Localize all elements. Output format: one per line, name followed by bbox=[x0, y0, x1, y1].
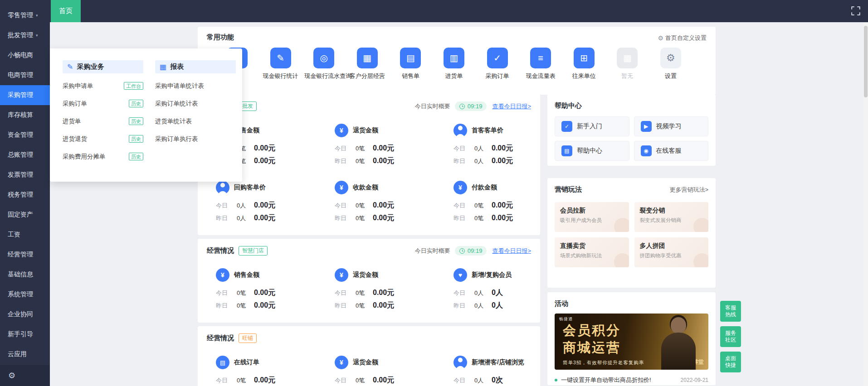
promo-banner[interactable]: 畅捷通 会员积分 商城运营 简单3招，有效帮你提升老客复购率 大讲堂 bbox=[555, 314, 708, 370]
metric-amount: 0.00元 bbox=[373, 214, 394, 222]
flyout-menu-item[interactable]: 采购订单执行表 bbox=[155, 130, 236, 148]
sidebar-item[interactable]: 小畅电商 bbox=[0, 45, 50, 65]
metric-count: 0人 bbox=[474, 287, 490, 299]
metric-count: 0笔 bbox=[356, 142, 371, 154]
tile-desc: 裂变式发展分销商 bbox=[640, 217, 703, 224]
metric-row-yesterday: 昨日0人0人 bbox=[454, 299, 531, 312]
metric-period: 今日 bbox=[335, 142, 349, 154]
sidebar-item[interactable]: 工资 bbox=[0, 225, 50, 245]
quick-function-item[interactable]: ✎ 现金银行统计 bbox=[261, 48, 300, 80]
sidebar-item[interactable]: 采购管理 bbox=[0, 85, 50, 105]
tab-home[interactable]: 首页 bbox=[51, 0, 81, 22]
channel-tag-smart-store: 智慧门店 bbox=[239, 246, 268, 256]
metric-row-today: 今日0笔0.00元 bbox=[335, 286, 454, 299]
marketing-tile[interactable]: 直播卖货 场景式购物新玩法 bbox=[555, 237, 629, 267]
quick-function-item[interactable]: ▦ 暂无 bbox=[608, 48, 647, 80]
flyout-group-title: 报表 bbox=[170, 63, 184, 71]
quick-function-item[interactable]: ◎ 现金银行流水查询 bbox=[304, 48, 343, 80]
flyout-menu-item[interactable]: 采购订单 历史 bbox=[63, 95, 143, 112]
daily-report-link[interactable]: 查看今日日报> bbox=[492, 102, 531, 111]
flyout-menu-item[interactable]: 采购费用分摊单 历史 bbox=[63, 148, 143, 165]
card-title: 营销玩法 bbox=[555, 185, 582, 194]
summary-label: 今日实时概要 bbox=[415, 247, 450, 255]
sidebar-item[interactable]: 新手引导 bbox=[0, 324, 50, 344]
float-button[interactable]: 服务社区 bbox=[720, 326, 741, 347]
flyout-menu-item[interactable]: 采购申请单 工作台 bbox=[63, 77, 143, 95]
flyout-menu-item[interactable]: 进货单统计表 bbox=[155, 112, 236, 130]
sidebar-item[interactable]: 固定资产 bbox=[0, 205, 50, 225]
quick-function-item[interactable]: ▥ 进货单 bbox=[434, 48, 473, 80]
quick-function-item[interactable]: ⚙ 设置 bbox=[651, 48, 690, 80]
sidebar-item[interactable]: 发票管理 bbox=[0, 165, 50, 185]
help-button[interactable]: ▶ 视频学习 bbox=[634, 116, 709, 136]
flyout-menu-item[interactable]: 采购订单统计表 bbox=[155, 95, 236, 112]
banner-subtitle: 简单3招，有效帮你提升老客复购率 bbox=[563, 360, 644, 366]
metric-row-yesterday: 昨日0笔0.00元 bbox=[335, 154, 454, 167]
flyout-group-header: ✎ 采购业务 bbox=[63, 60, 143, 73]
scrollbar-track[interactable] bbox=[863, 22, 868, 386]
sidebar-item[interactable]: 云应用 bbox=[0, 344, 50, 364]
activity-news-item[interactable]: 一键设置开单自动带出商品折扣价! 2022-09-21 bbox=[547, 370, 716, 384]
help-button[interactable]: ▤ 帮助中心 bbox=[555, 141, 629, 161]
summary-label: 今日实时概要 bbox=[415, 102, 450, 111]
sidebar-item[interactable]: 税务管理 bbox=[0, 185, 50, 205]
flyout-menu-item[interactable]: 采购申请单统计表 bbox=[155, 77, 236, 95]
metric-label: 在线订单 bbox=[234, 358, 259, 367]
float-button-label: 服务社区 bbox=[725, 330, 736, 343]
app-icon-glyph: ▥ bbox=[450, 53, 458, 63]
app-icon-glyph: ≡ bbox=[538, 53, 543, 63]
marketing-tile[interactable]: 裂变分销 裂变式发展分销商 bbox=[634, 202, 709, 232]
help-label: 视频学习 bbox=[656, 122, 682, 130]
card-header: 活动 bbox=[547, 292, 716, 308]
metric-label: 首客客单价 bbox=[472, 126, 503, 135]
float-button[interactable]: 桌面快捷 bbox=[720, 352, 741, 372]
menu-item-tag: 历史 bbox=[129, 100, 143, 107]
quick-function-item[interactable]: ▦ 客户分层经营 bbox=[348, 48, 387, 80]
help-button[interactable]: ✓ 新手入门 bbox=[555, 116, 629, 136]
sidebar-item[interactable]: 经营管理 bbox=[0, 245, 50, 265]
news-text: 一键设置开单自动带出商品折扣价! bbox=[561, 376, 677, 384]
tile-title: 直播卖货 bbox=[560, 242, 624, 250]
app-label: 客户分层经营 bbox=[348, 72, 387, 80]
menu-item-label: 进货单 bbox=[63, 117, 81, 125]
sidebar-item[interactable]: 电商管理 bbox=[0, 65, 50, 85]
metric-row-today: 今日0笔0.00元 bbox=[216, 374, 335, 386]
help-icon: ✓ bbox=[561, 121, 572, 132]
menu-item-tag: 历史 bbox=[129, 117, 143, 125]
sidebar-item[interactable]: 资金管理 bbox=[0, 125, 50, 145]
flyout-menu-item[interactable]: 进货退货 历史 bbox=[63, 130, 143, 148]
sidebar-item[interactable]: 库存核算 bbox=[0, 105, 50, 125]
app-label: 采购订单 bbox=[478, 72, 517, 80]
flyout-menu-item[interactable]: 进货单 历史 bbox=[63, 112, 143, 130]
sidebar-item[interactable]: 零售管理 ▾ bbox=[0, 5, 50, 25]
marketing-tile[interactable]: 会员拉新 吸引用户成为会员 bbox=[555, 202, 629, 232]
float-button[interactable]: 客服热线 bbox=[720, 301, 741, 322]
metric-row-yesterday: 昨日0笔0.00元 bbox=[216, 299, 335, 312]
daily-report-link[interactable]: 查看今日日报> bbox=[492, 247, 531, 255]
quick-function-item[interactable]: ≡ 现金流量表 bbox=[521, 48, 560, 80]
app-icon-glyph: ⊞ bbox=[580, 53, 588, 63]
more-marketing-link[interactable]: 更多营销玩法> bbox=[669, 186, 708, 194]
settings-gear-icon[interactable]: ⚙ bbox=[8, 371, 15, 381]
quick-function-item[interactable]: ⊞ 往来单位 bbox=[565, 48, 604, 80]
sidebar-item[interactable]: 总账管理 bbox=[0, 145, 50, 165]
quick-function-item[interactable]: ▤ 销售单 bbox=[391, 48, 430, 80]
sidebar-item[interactable]: 系统管理 bbox=[0, 285, 50, 304]
sidebar-item[interactable]: 批发管理 ▾ bbox=[0, 25, 50, 45]
chevron-down-icon: ▾ bbox=[36, 33, 38, 38]
fullscreen-icon[interactable] bbox=[851, 6, 861, 16]
marketing-tile[interactable]: 多人拼团 拼团购物享受优惠 bbox=[634, 237, 709, 267]
app-icon: ▦ bbox=[617, 48, 638, 68]
help-button[interactable]: ◉ 在线客服 bbox=[634, 141, 709, 161]
metric-icon bbox=[216, 356, 229, 369]
scrollbar-thumb[interactable] bbox=[864, 26, 868, 97]
sidebar-item[interactable]: 基础信息 bbox=[0, 265, 50, 285]
metric-amount: 0.00元 bbox=[373, 376, 394, 384]
sidebar-item-label: 资金管理 bbox=[8, 131, 33, 139]
quick-function-item[interactable]: ✓ 采购订单 bbox=[478, 48, 517, 80]
metric-count: 0笔 bbox=[356, 212, 371, 224]
clock-icon bbox=[459, 248, 465, 254]
home-customize-link[interactable]: ⚙ 首页自定义设置 bbox=[658, 34, 707, 42]
metric-block: 销售金额 今日0笔0.00元 昨日0笔0.00元 bbox=[216, 268, 335, 312]
sidebar-item[interactable]: 企业协同 bbox=[0, 304, 50, 324]
